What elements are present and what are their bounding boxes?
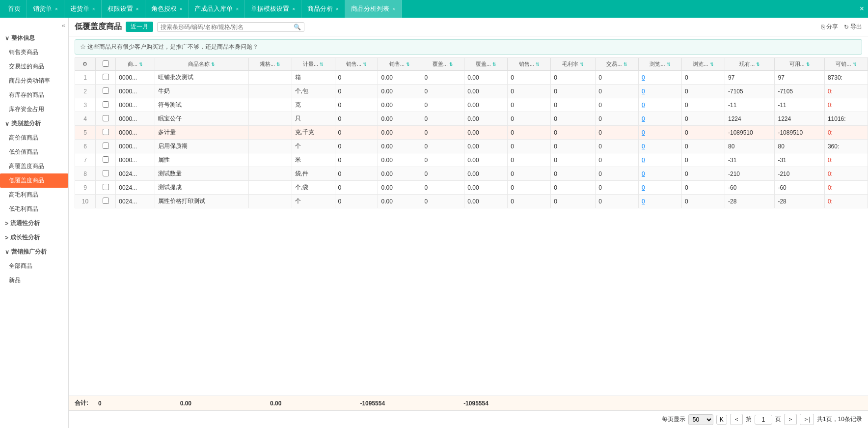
close-icon[interactable]: × xyxy=(236,6,239,12)
row-name: 牛奶 xyxy=(155,85,248,98)
row-v1[interactable]: 0 xyxy=(639,140,682,153)
row-v1[interactable]: 0 xyxy=(639,153,682,167)
last-page-button[interactable]: ＞| xyxy=(800,414,814,425)
first-page-button[interactable]: K xyxy=(716,415,727,425)
row-checkbox[interactable] xyxy=(103,198,109,204)
sidebar-collapse-button[interactable]: « xyxy=(62,22,65,29)
close-icon[interactable]: × xyxy=(55,6,58,12)
row-spec xyxy=(248,98,292,112)
sidebar-item-high-value[interactable]: 高价值商品 xyxy=(0,131,68,145)
select-all-checkbox[interactable] xyxy=(103,60,109,67)
sidebar-item-high-coverage[interactable]: 高覆盖度商品 xyxy=(0,159,68,173)
close-icon[interactable]: × xyxy=(136,6,139,12)
col-sales3[interactable]: 销售... ⇅ xyxy=(508,58,551,71)
row-s1: 0 xyxy=(335,140,378,153)
header-actions: ⎘ 分享 ↻ 导出 xyxy=(821,23,862,31)
sidebar-item-category-rate[interactable]: 商品分类动销率 xyxy=(0,74,68,88)
col-cover2[interactable]: 覆盖... ⇅ xyxy=(464,58,508,71)
sidebar-item-stock-goods[interactable]: 有库存的商品 xyxy=(0,88,68,102)
sidebar-item-low-coverage[interactable]: 低覆盖度商品 xyxy=(0,173,68,188)
col-view1[interactable]: 浏览... ⇅ xyxy=(639,58,682,71)
row-v1[interactable]: 0 xyxy=(639,85,682,98)
row-checkbox[interactable] xyxy=(103,184,109,190)
row-st1: -60 xyxy=(725,181,774,195)
row-checkbox[interactable] xyxy=(103,156,109,163)
nav-tab-product-entry[interactable]: 产成品入库单 × xyxy=(189,0,245,18)
row-v1[interactable]: 0 xyxy=(639,167,682,181)
sidebar-section-marketing[interactable]: ∨ 营销推广分析 xyxy=(0,245,68,259)
col-sales1[interactable]: 销售... ⇅ xyxy=(335,58,378,71)
nav-tab-permission[interactable]: 权限设置 × xyxy=(102,0,145,18)
row-v1[interactable]: 0 xyxy=(639,71,682,85)
nav-tab-role[interactable]: 角色授权 × xyxy=(145,0,189,18)
close-icon[interactable]: × xyxy=(180,6,183,12)
row-checkbox[interactable] xyxy=(103,101,109,108)
close-icon[interactable]: × xyxy=(336,6,339,12)
prev-page-button[interactable]: ＜ xyxy=(730,414,743,425)
footer-sum: 合计: 0 0.00 0.00 -1095554 -1095554 xyxy=(69,396,868,410)
row-s2: 0.00 xyxy=(378,98,421,112)
col-stock3[interactable]: 可销... ⇅ xyxy=(824,58,868,71)
row-v2: 0 xyxy=(682,195,725,208)
sidebar-item-sales-goods[interactable]: 销售类商品 xyxy=(0,45,68,59)
nav-tab-analysis-list[interactable]: 商品分析列表 × xyxy=(345,0,402,18)
row-unit: 个 xyxy=(292,140,335,153)
nav-tab-home[interactable]: 首页 xyxy=(2,0,27,18)
col-cover1[interactable]: 覆盖... ⇅ xyxy=(421,58,464,71)
nav-tab-template[interactable]: 单据模板设置 × xyxy=(245,0,301,18)
close-icon[interactable]: × xyxy=(92,6,95,12)
next-page-button[interactable]: ＞ xyxy=(784,414,797,425)
nav-tab-analysis[interactable]: 商品分析 × xyxy=(301,0,345,18)
col-name[interactable]: 商品名称 ⇅ xyxy=(155,58,248,71)
sidebar-item-high-gross[interactable]: 高毛利商品 xyxy=(0,188,68,202)
nav-tab-purchase[interactable]: 进货单 × xyxy=(64,0,102,18)
sidebar-section-category[interactable]: ∨ 类别差分析 xyxy=(0,116,68,131)
col-view2[interactable]: 浏览... ⇅ xyxy=(682,58,725,71)
row-checkbox[interactable] xyxy=(103,170,109,176)
row-s3: 0 xyxy=(508,140,551,153)
export-button[interactable]: ↻ 导出 xyxy=(844,23,862,31)
row-trade: 0 xyxy=(596,181,639,195)
col-spec[interactable]: 规格... ⇅ xyxy=(248,58,292,71)
col-stock1[interactable]: 现有... ⇅ xyxy=(725,58,774,71)
row-checkbox[interactable] xyxy=(103,115,109,121)
col-trade[interactable]: 交易... ⇅ xyxy=(596,58,639,71)
row-v1[interactable]: 0 xyxy=(639,195,682,208)
search-icon[interactable]: 🔍 xyxy=(294,24,301,30)
row-code: 0024... xyxy=(116,195,155,208)
sidebar-item-low-gross[interactable]: 低毛利商品 xyxy=(0,202,68,216)
nav-tab-sales[interactable]: 销货单 × xyxy=(27,0,64,18)
search-input[interactable] xyxy=(161,24,294,30)
row-v1[interactable]: 0 xyxy=(639,98,682,112)
share-button[interactable]: ⎘ 分享 xyxy=(821,23,838,31)
sidebar-item-low-value[interactable]: 低价值商品 xyxy=(0,145,68,159)
sidebar-item-new-goods[interactable]: 新品 xyxy=(0,273,68,287)
page-size-select[interactable]: 50 20 100 xyxy=(688,414,713,425)
row-v2: 0 xyxy=(682,153,725,167)
row-v1[interactable]: 0 xyxy=(639,181,682,195)
sidebar-section-overall[interactable]: ∨ 整体信息 xyxy=(0,31,68,45)
row-checkbox[interactable] xyxy=(103,129,109,135)
sidebar-section-growth[interactable]: > 成长性分析 xyxy=(0,230,68,245)
col-sales2[interactable]: 销售... ⇅ xyxy=(378,58,421,71)
sidebar-item-traded-goods[interactable]: 交易过的商品 xyxy=(0,59,68,74)
col-unit[interactable]: 计量... ⇅ xyxy=(292,58,335,71)
table-row: 5 0000... 多计量 克,千克 0 0.00 0 0.00 0 0 0 0… xyxy=(75,126,868,140)
close-icon[interactable]: × xyxy=(392,6,395,12)
row-v1[interactable]: 0 xyxy=(639,126,682,140)
col-code[interactable]: 商... ⇅ xyxy=(116,58,155,71)
col-gross[interactable]: 毛利率 ⇅ xyxy=(551,58,596,71)
close-all-button[interactable]: × xyxy=(860,4,864,13)
date-filter-button[interactable]: 近一月 xyxy=(126,22,153,32)
row-checkbox[interactable] xyxy=(103,143,109,149)
sidebar-item-all-goods[interactable]: 全部商品 xyxy=(0,259,68,273)
row-checkbox[interactable] xyxy=(103,87,109,94)
current-page-input[interactable] xyxy=(755,415,772,425)
row-checkbox[interactable] xyxy=(103,74,109,80)
sidebar-section-flow[interactable]: > 流通性分析 xyxy=(0,216,68,230)
col-stock2[interactable]: 可用... ⇅ xyxy=(775,58,824,71)
row-v1[interactable]: 0 xyxy=(639,112,682,126)
col-settings[interactable]: ⚙ xyxy=(75,58,96,71)
sidebar-item-stock-fund[interactable]: 库存资金占用 xyxy=(0,102,68,116)
close-icon[interactable]: × xyxy=(292,6,295,12)
